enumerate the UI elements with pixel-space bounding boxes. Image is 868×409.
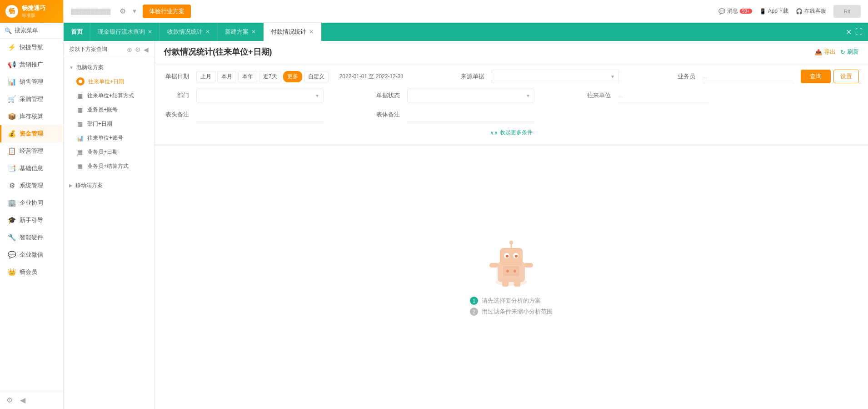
dept-select[interactable]: ▼ xyxy=(196,89,324,102)
sidebar-item-operation[interactable]: 📋 经营管理 xyxy=(0,142,63,160)
message-label: 消息 xyxy=(727,7,738,15)
scheme-settings-btn[interactable]: ⚙ xyxy=(135,46,141,53)
search-icon: 🔍 xyxy=(5,27,12,34)
message-btn[interactable]: 💬 消息 99+ xyxy=(718,7,752,15)
add-scheme-btn[interactable]: ⊕ xyxy=(127,46,132,53)
source-label: 来源单据 xyxy=(459,72,484,81)
date-btn-this-year[interactable]: 本年 xyxy=(238,71,257,82)
user-avatar[interactable]: Rit xyxy=(833,5,861,18)
footer-collapse-icon[interactable]: ◀ xyxy=(20,396,25,404)
body-note-input[interactable] xyxy=(407,108,534,121)
sidebar-item-basic-info[interactable]: 📑 基础信息 xyxy=(0,160,63,177)
tab-bank-flow-label: 现金银行流水查询 xyxy=(98,28,145,36)
scheme-partner-date[interactable]: 往来单位+日期 xyxy=(64,74,154,89)
setting-btn[interactable]: 设置 xyxy=(833,70,859,83)
scheme-collapse-btn[interactable]: ◀ xyxy=(144,46,149,53)
scheme-partner-date-label: 往来单位+日期 xyxy=(88,78,124,86)
sidebar-item-sales[interactable]: 📊 销售管理 xyxy=(0,73,63,91)
sidebar-item-label: 经营管理 xyxy=(20,147,43,155)
mobile-scheme-title[interactable]: ▶ 移动端方案 xyxy=(64,179,154,192)
date-btn-this-month[interactable]: 本月 xyxy=(217,71,236,82)
tab-receipt-stat-close[interactable]: ✕ xyxy=(205,29,210,35)
date-btn-more[interactable]: 更多 xyxy=(283,71,302,82)
scheme-dept-date[interactable]: ▦ 部门+日期 xyxy=(64,117,154,131)
date-btn-custom[interactable]: 自定义 xyxy=(304,71,329,82)
scheme-salesman-account-label: 业务员+账号 xyxy=(87,106,118,114)
export-icon: 📤 xyxy=(815,49,822,56)
refresh-btn[interactable]: ↻ 刷新 xyxy=(840,48,859,56)
left-panel: 按以下方案查询 ⊕ ⚙ ◀ ▼ 电脑端方案 往来单位+日期 xyxy=(64,41,155,409)
tab-home[interactable]: 首页 xyxy=(64,23,90,41)
sidebar-search[interactable]: 🔍 搜索菜单 xyxy=(0,23,63,39)
tab-payment-stat[interactable]: 付款情况统计 ✕ xyxy=(264,23,321,41)
tab-payment-stat-close[interactable]: ✕ xyxy=(309,29,314,35)
tab-close-all-icon[interactable]: ✕ xyxy=(846,28,852,36)
svg-rect-13 xyxy=(502,280,509,287)
app-download-label: App下载 xyxy=(768,7,788,15)
sidebar-item-marketing[interactable]: 📢 营销推广 xyxy=(0,56,63,73)
date-btn-7days[interactable]: 近7天 xyxy=(259,71,281,82)
tab-receipt-stat[interactable]: 收款情况统计 ✕ xyxy=(160,23,218,41)
salesman-placeholder: ... xyxy=(703,73,707,80)
header-note-input[interactable] xyxy=(196,108,324,121)
export-btn[interactable]: 📤 导出 xyxy=(815,48,836,56)
active-dot-icon xyxy=(76,77,85,86)
sidebar: 畅 畅捷通巧 标准版 🔍 搜索菜单 ⚡ 快捷导航 📢 营销推广 📊 销售管理 🛒… xyxy=(0,0,64,409)
tab-bank-flow[interactable]: 现金银行流水查询 ✕ xyxy=(90,23,160,41)
sidebar-item-capital[interactable]: 💰 资金管理 xyxy=(0,125,63,142)
export-label: 导出 xyxy=(824,48,836,56)
sales-icon: 📊 xyxy=(8,78,16,86)
scheme-salesman-account[interactable]: ▦ 业务员+账号 xyxy=(64,103,154,117)
app-download-btn[interactable]: 📱 App下载 xyxy=(759,7,788,15)
marketing-icon: 📢 xyxy=(8,61,16,69)
tab-new-scheme-close[interactable]: ✕ xyxy=(251,29,256,35)
sidebar-item-quick-nav[interactable]: ⚡ 快捷导航 xyxy=(0,39,63,56)
tab-new-scheme[interactable]: 新建方案 ✕ xyxy=(218,23,264,41)
purchase-icon: 🛒 xyxy=(8,95,16,103)
sidebar-item-label: 资金管理 xyxy=(20,130,43,138)
collapse-btn[interactable]: ∧∧ 收起更多条件 xyxy=(484,127,538,138)
collapse-row: ∧∧ 收起更多条件 xyxy=(164,127,859,138)
tab-bank-flow-close[interactable]: ✕ xyxy=(148,29,152,35)
scheme-partner-account[interactable]: 📊 往来单位+账号 xyxy=(64,131,154,145)
topbar-settings-icon[interactable]: ⚙ xyxy=(120,7,126,15)
scheme-salesman-settle[interactable]: ▦ 业务员+结算方式 xyxy=(64,159,154,173)
step-2-text: 用过滤条件来缩小分析范围 xyxy=(482,308,553,316)
svg-point-7 xyxy=(515,255,518,258)
tabbar: 首页 现金银行流水查询 ✕ 收款情况统计 ✕ 新建方案 ✕ 付款情况统计 ✕ ✕… xyxy=(64,23,868,41)
topbar-right: 💬 消息 99+ 📱 App下载 🎧 在线客服 Rit xyxy=(718,5,861,18)
sidebar-item-wechat[interactable]: 💬 企业微信 xyxy=(0,246,63,263)
scheme-salesman-date[interactable]: ▦ 业务员+日期 xyxy=(64,145,154,159)
salesman-label: 业务员 xyxy=(670,72,695,81)
scheme-partner-settle[interactable]: ▦ 往来单位+结算方式 xyxy=(64,89,154,103)
date-label: 单据日期 xyxy=(164,72,189,81)
capital-icon: 💰 xyxy=(8,130,16,138)
desktop-scheme-title[interactable]: ▼ 电脑端方案 xyxy=(64,61,154,74)
tab-expand-icon[interactable]: ⛶ xyxy=(855,28,863,36)
source-select[interactable]: ▼ xyxy=(492,70,619,83)
refresh-icon: ↻ xyxy=(840,49,845,56)
source-select-arrow: ▼ xyxy=(610,74,615,79)
sidebar-item-purchase[interactable]: 🛒 采购管理 xyxy=(0,91,63,108)
page-header-actions: 📤 导出 ↻ 刷新 xyxy=(815,48,859,56)
mobile-scheme-group: ▶ 移动端方案 xyxy=(64,176,154,195)
query-btn[interactable]: 查询 xyxy=(801,70,831,83)
sidebar-item-label: 畅会员 xyxy=(20,268,37,276)
svg-rect-3 xyxy=(500,248,523,265)
sidebar-item-hardware[interactable]: 🔧 智能硬件 xyxy=(0,229,63,246)
tab-new-scheme-label: 新建方案 xyxy=(225,28,249,36)
sidebar-item-guide[interactable]: 🎓 新手引导 xyxy=(0,212,63,229)
footer-settings-icon[interactable]: ⚙ xyxy=(6,396,13,404)
doc-status-select[interactable]: ▼ xyxy=(407,89,534,102)
online-service-btn[interactable]: 🎧 在线客服 xyxy=(796,7,826,15)
sidebar-item-member[interactable]: 👑 畅会员 xyxy=(0,263,63,281)
trial-btn[interactable]: 体验行业方案 xyxy=(143,5,191,18)
sidebar-item-enterprise[interactable]: 🏢 企业协同 xyxy=(0,194,63,212)
sidebar-item-inventory[interactable]: 📦 库存核算 xyxy=(0,108,63,125)
topbar-dropdown-icon[interactable]: ▼ xyxy=(131,8,137,15)
date-btn-last-month[interactable]: 上月 xyxy=(196,71,215,82)
svg-rect-12 xyxy=(503,266,519,276)
sidebar-logo: 畅 畅捷通巧 标准版 xyxy=(0,0,63,23)
avatar-text: Rit xyxy=(844,9,850,14)
sidebar-item-system[interactable]: ⚙ 系统管理 xyxy=(0,177,63,194)
